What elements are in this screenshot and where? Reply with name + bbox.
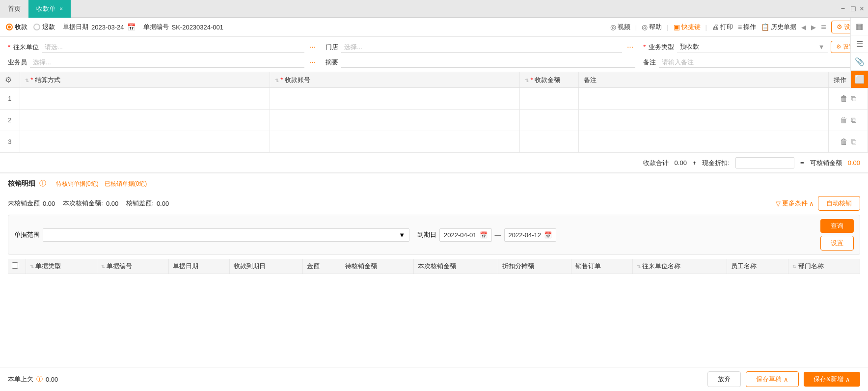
store-field: 门店 ··· xyxy=(326,42,635,53)
total-info-icon[interactable]: ⓘ xyxy=(36,375,43,384)
sidebar-table-icon[interactable]: ▦ xyxy=(851,18,868,35)
auto-cancel-button[interactable]: 自动核销 xyxy=(818,196,860,211)
row-1-note-input[interactable] xyxy=(579,88,828,109)
close-icon[interactable]: × xyxy=(860,4,864,13)
table-gear-icon[interactable]: ⚙ xyxy=(5,76,12,84)
verification-tab-links: 待核销单据(0笔) 已核销单据(0笔) xyxy=(56,180,147,188)
summary-input[interactable] xyxy=(341,57,635,68)
row-3-settlement-input[interactable] xyxy=(20,131,270,152)
menu-expand-icon[interactable]: ≡ xyxy=(821,22,826,32)
row-3-delete-icon[interactable]: 🗑 xyxy=(840,138,848,146)
net-value: 0.00 xyxy=(848,159,860,167)
row-2-note-input[interactable] xyxy=(579,110,828,131)
row-2-amount-input[interactable] xyxy=(520,110,578,131)
business-type-select[interactable]: 预收款 ▼ xyxy=(677,41,827,53)
nav-right-icon[interactable]: ▶ xyxy=(811,24,816,31)
counterpart-sort-icon[interactable]: ⇅ xyxy=(637,264,641,269)
tab-close-icon[interactable]: × xyxy=(59,5,63,12)
minimize-icon[interactable]: － xyxy=(839,3,847,14)
sep1: | xyxy=(635,24,637,31)
counterpart-input[interactable] xyxy=(42,42,304,53)
more-conditions-label: 更多条件 xyxy=(782,199,808,208)
row-1-settlement[interactable] xyxy=(20,88,270,110)
amount-sort-icon[interactable]: ⇅ xyxy=(525,78,529,83)
row-1-settlement-input[interactable] xyxy=(20,88,270,109)
abandon-button[interactable]: 放弃 xyxy=(707,371,741,387)
date-end-input[interactable]: 2022-04-12 📅 xyxy=(504,228,557,242)
row-1-amount[interactable] xyxy=(519,88,578,110)
th-dept: ⇅ 部门名称 xyxy=(788,259,860,274)
print-btn[interactable]: 🖨 打印 xyxy=(712,23,733,31)
row-2-account[interactable] xyxy=(270,110,519,131)
video-btn[interactable]: ◎ 视频 xyxy=(610,23,630,31)
calendar-icon[interactable]: 📅 xyxy=(127,23,136,31)
row-1-account[interactable] xyxy=(270,88,519,110)
tab-home[interactable]: 首页 xyxy=(0,0,28,18)
staff-input[interactable] xyxy=(30,57,304,68)
row-2-copy-icon[interactable]: ⧉ xyxy=(851,116,856,125)
row-2-note[interactable] xyxy=(578,110,828,131)
operations-btn[interactable]: ≡ 操作 xyxy=(738,23,756,31)
done-tab-link[interactable]: 已核销单据(0笔) xyxy=(105,180,147,188)
row-3-copy-icon[interactable]: ⧉ xyxy=(851,138,856,146)
row-3-note[interactable] xyxy=(578,131,828,153)
dept-sort-icon[interactable]: ⇅ xyxy=(792,264,796,269)
store-more-icon[interactable]: ··· xyxy=(625,43,635,52)
nav-left-icon[interactable]: ◀ xyxy=(801,24,806,31)
row-3-amount-input[interactable] xyxy=(520,131,578,152)
account-sort-icon[interactable]: ⇅ xyxy=(275,78,279,83)
shortcut-btn[interactable]: ▣ 快捷键 xyxy=(674,23,701,31)
help-icon: ◎ xyxy=(642,23,648,31)
row-1-actions: 🗑 ⧉ xyxy=(829,88,868,110)
number-sort-icon[interactable]: ⇅ xyxy=(101,264,105,269)
discount-input[interactable] xyxy=(735,157,794,168)
sidebar-expand-icon[interactable]: ⬜ xyxy=(851,71,868,88)
radio-refund[interactable]: 退款 xyxy=(33,23,55,31)
row-3-amount[interactable] xyxy=(519,131,578,153)
row-1-delete-icon[interactable]: 🗑 xyxy=(840,94,848,103)
save-draft-arrow: ∧ xyxy=(784,376,788,383)
row-1-amount-input[interactable] xyxy=(520,88,578,109)
row-3-account-input[interactable] xyxy=(270,131,519,152)
row-1-account-input[interactable] xyxy=(270,88,519,109)
radio-receipt[interactable]: 收款 xyxy=(6,23,27,31)
store-input[interactable] xyxy=(341,42,622,53)
type-sort-icon[interactable]: ⇅ xyxy=(30,264,34,269)
row-3-account[interactable] xyxy=(270,131,519,153)
save-new-button[interactable]: 保存&新增 ∧ xyxy=(804,372,860,387)
row-2-settlement[interactable] xyxy=(20,110,270,131)
pending-tab-link[interactable]: 待核销单据(0笔) xyxy=(56,180,99,188)
save-draft-button[interactable]: 保存草稿 ∧ xyxy=(746,371,799,387)
row-1-copy-icon[interactable]: ⧉ xyxy=(851,94,856,103)
row-2-delete-icon[interactable]: 🗑 xyxy=(840,116,848,125)
range-select[interactable]: ▼ xyxy=(43,228,409,242)
select-all-checkbox[interactable] xyxy=(12,262,18,269)
query-button[interactable]: 查询 xyxy=(820,219,854,233)
uncancelled-value: 0.00 xyxy=(43,200,55,207)
form-row-1: * 往来单位 ··· 门店 ··· * 业务类型 预收款 ▼ ⚙ 设置 xyxy=(8,41,860,53)
row-1-note[interactable] xyxy=(578,88,828,110)
th-account: ⇅ * 收款账号 xyxy=(270,72,519,88)
bottom-table-section: ⇅ 单据类型 ⇅ 单据编号 单据日期 收款到期日 xyxy=(8,259,860,274)
row-2-amount[interactable] xyxy=(519,110,578,131)
sidebar-list-icon[interactable]: ☰ xyxy=(851,35,868,53)
history-btn[interactable]: 📋 历史单据 xyxy=(761,23,796,31)
counterpart-more-icon[interactable]: ··· xyxy=(307,43,318,52)
note-input[interactable] xyxy=(659,57,860,68)
settlement-sort-icon[interactable]: ⇅ xyxy=(25,78,29,83)
staff-more-icon[interactable]: ··· xyxy=(307,58,318,67)
maximize-icon[interactable]: □ xyxy=(851,4,856,13)
tab-receipt[interactable]: 收款单 × xyxy=(28,0,71,18)
row-3-settlement[interactable] xyxy=(20,131,270,153)
main-table-section: ⚙ ⇅ * 结算方式 ⇅ * 收款账号 ⇅ * 收款 xyxy=(0,72,868,153)
date-end-value: 2022-04-12 xyxy=(509,231,542,239)
row-2-settlement-input[interactable] xyxy=(20,110,270,131)
help-btn[interactable]: ◎ 帮助 xyxy=(642,23,662,31)
set-button[interactable]: 设置 xyxy=(820,236,854,251)
verification-info-icon[interactable]: ⓘ xyxy=(39,179,46,188)
row-2-account-input[interactable] xyxy=(270,110,519,131)
sidebar-attachment-icon[interactable]: 📎 xyxy=(851,53,868,71)
more-conditions-btn[interactable]: ▽ 更多条件 ∧ xyxy=(776,199,814,208)
date-start-input[interactable]: 2022-04-01 📅 xyxy=(439,228,492,242)
row-3-note-input[interactable] xyxy=(579,131,828,152)
